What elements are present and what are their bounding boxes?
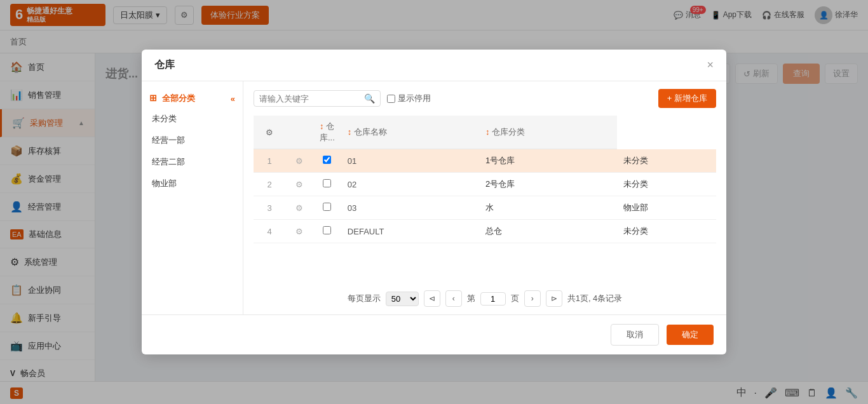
row-gear-cell[interactable]: ⚙ [285, 196, 313, 220]
table-header-code: ↕ 仓库... [313, 116, 341, 149]
row-name: 2号仓库 [479, 173, 617, 196]
warehouse-table: ⚙ ↕ 仓库... ↕ 仓库名称 ↕ 仓库分类 [254, 116, 716, 243]
grid-icon: ⊞ [149, 93, 157, 103]
row-gear-cell[interactable]: ⚙ [285, 220, 313, 243]
table-header-name: ↕ 仓库名称 [341, 116, 479, 149]
table-row[interactable]: 1 ⚙ 01 1号仓库 未分类 [254, 149, 716, 173]
prev-page-button[interactable]: ‹ [445, 290, 462, 307]
show-disabled-checkbox[interactable] [387, 95, 395, 103]
modal-category-property[interactable]: 物业部 [142, 173, 243, 194]
row-checkbox[interactable] [323, 179, 331, 187]
row-index: 2 [254, 173, 285, 196]
modal-main: 🔍 显示停用 + 新增仓库 ⚙ ↕ [243, 81, 726, 314]
warehouse-modal: 仓库 × ⊞ 全部分类 « 未分类 经营一部 经营二部 物业部 [142, 50, 726, 354]
page-suffix: 页 [511, 293, 519, 304]
row-checkbox[interactable] [323, 226, 331, 234]
modal-sidebar: ⊞ 全部分类 « 未分类 经营一部 经营二部 物业部 [142, 81, 243, 314]
per-page-select[interactable]: 50 10 20 100 [386, 292, 419, 306]
table-header-checkbox [285, 116, 313, 149]
row-checkbox-cell[interactable] [313, 173, 341, 196]
row-category: 物业部 [617, 196, 716, 220]
row-code: DEFAULT [341, 220, 479, 243]
row-index: 1 [254, 149, 285, 173]
search-box[interactable]: 🔍 [254, 90, 381, 107]
table-header-category: ↕ 仓库分类 [479, 116, 617, 149]
row-checkbox-cell[interactable] [313, 196, 341, 220]
row-code: 02 [341, 173, 479, 196]
show-disabled-text: 显示停用 [398, 93, 431, 104]
sort-icon: ↕ [348, 127, 352, 137]
table-row[interactable]: 4 ⚙ DEFAULT 总仓 未分类 [254, 220, 716, 243]
row-gear-cell[interactable]: ⚙ [285, 173, 313, 196]
table-row[interactable]: 3 ⚙ 03 水 物业部 [254, 196, 716, 220]
add-warehouse-button[interactable]: + 新增仓库 [658, 89, 716, 108]
modal-category-unclassified[interactable]: 未分类 [142, 108, 243, 130]
modal-toolbar: 🔍 显示停用 + 新增仓库 [254, 89, 716, 108]
per-page-label: 每页显示 [348, 293, 381, 304]
row-code: 03 [341, 196, 479, 220]
modal-category-ops2[interactable]: 经营二部 [142, 151, 243, 173]
collapse-icon[interactable]: « [231, 94, 235, 104]
pagination-summary: 共1页, 4条记录 [567, 293, 623, 304]
modal-close-button[interactable]: × [707, 58, 714, 72]
row-name: 总仓 [479, 220, 617, 243]
modal-title: 仓库 [154, 58, 175, 72]
cancel-button[interactable]: 取消 [611, 324, 659, 346]
row-index: 3 [254, 196, 285, 220]
modal-header: 仓库 × [142, 50, 726, 81]
row-checkbox-cell[interactable] [313, 149, 341, 173]
table-row[interactable]: 2 ⚙ 02 2号仓库 未分类 [254, 173, 716, 196]
row-index: 4 [254, 220, 285, 243]
search-icon[interactable]: 🔍 [364, 93, 375, 104]
modal-sidebar-header[interactable]: ⊞ 全部分类 « [142, 89, 243, 108]
page-label: 第 [467, 293, 475, 304]
row-category: 未分类 [617, 149, 716, 173]
search-input[interactable] [259, 94, 360, 104]
page-number-input[interactable] [480, 292, 506, 306]
row-checkbox[interactable] [323, 203, 331, 211]
modal-category-ops1[interactable]: 经营一部 [142, 130, 243, 151]
pagination-bar: 每页显示 50 10 20 100 ⊲ ‹ 第 页 › ⊳ 共1页, 4条记录 [254, 283, 716, 307]
row-code: 01 [341, 149, 479, 173]
table-header-gear: ⚙ [254, 116, 285, 149]
last-page-button[interactable]: ⊳ [546, 290, 562, 307]
next-page-button[interactable]: › [524, 290, 541, 307]
modal-footer: 取消 确定 [142, 314, 726, 354]
row-category: 未分类 [617, 220, 716, 243]
first-page-button[interactable]: ⊲ [424, 290, 440, 307]
show-disabled-label[interactable]: 显示停用 [387, 93, 431, 104]
row-gear-cell[interactable]: ⚙ [285, 149, 313, 173]
row-checkbox[interactable] [323, 156, 331, 164]
per-page-select-container: 50 10 20 100 [386, 292, 419, 306]
sort-icon: ↕ [320, 121, 324, 131]
gear-icon: ⚙ [266, 128, 273, 137]
all-category-label: 全部分类 [162, 93, 195, 103]
row-category: 未分类 [617, 173, 716, 196]
row-checkbox-cell[interactable] [313, 220, 341, 243]
modal-body: ⊞ 全部分类 « 未分类 经营一部 经营二部 物业部 🔍 显示停用 [142, 81, 726, 314]
row-name: 水 [479, 196, 617, 220]
sort-icon: ↕ [485, 127, 490, 137]
row-name: 1号仓库 [479, 149, 617, 173]
confirm-button[interactable]: 确定 [667, 325, 714, 345]
